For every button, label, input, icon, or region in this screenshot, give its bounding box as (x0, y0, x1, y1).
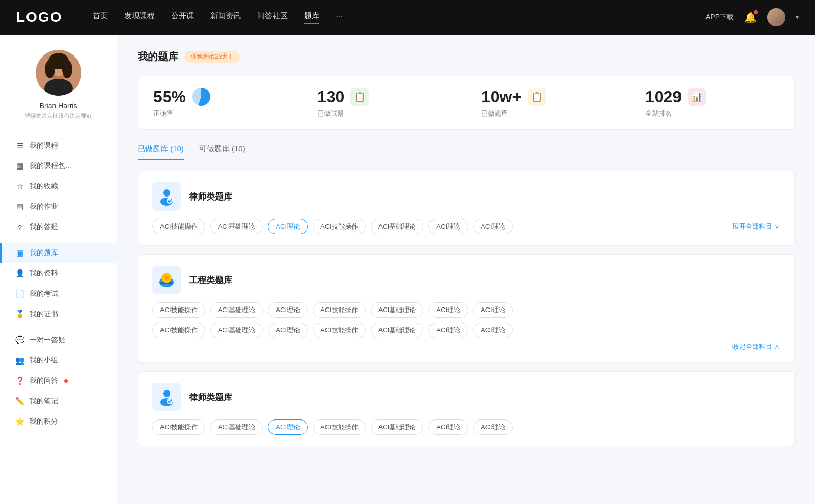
bank-card-2-header: 工程类题库 (152, 266, 780, 294)
sidebar-item-question-bank-label: 我的题库 (30, 248, 58, 258)
sidebar-item-favorites[interactable]: ☆ 我的收藏 (0, 176, 117, 197)
done-banks-icon: 📋 (528, 88, 546, 106)
notification-bell[interactable]: 🔔 (744, 11, 757, 23)
tutor-icon: 💬 (15, 335, 24, 345)
nav-open-course[interactable]: 公开课 (171, 11, 194, 24)
bank-1-tag-1[interactable]: ACI基础理论 (210, 219, 263, 234)
exam-icon: 📄 (15, 289, 24, 298)
points-icon: ⭐ (15, 417, 24, 426)
done-questions-icon: 📋 (350, 88, 369, 106)
bank-1-tag-5[interactable]: ACI理论 (428, 219, 468, 234)
sidebar-item-my-questions[interactable]: ❓ 我的问答 (0, 371, 117, 391)
sidebar-item-notes[interactable]: ✏️ 我的笔记 (0, 391, 117, 411)
sidebar-item-profile[interactable]: 👤 我的资料 (0, 263, 117, 284)
logo: LOGO (16, 9, 62, 25)
nav-discover[interactable]: 发现课程 (124, 11, 155, 24)
nav-qa[interactable]: 问答社区 (257, 11, 288, 24)
sidebar-item-question-bank[interactable]: ▣ 我的题库 (0, 243, 117, 263)
bank-1-tag-2[interactable]: ACI理论 (268, 219, 308, 234)
bank-2-tag-5[interactable]: ACI理论 (428, 302, 468, 318)
stat-done-banks-label: 已做题库 (481, 109, 614, 118)
my-questions-badge (64, 379, 68, 383)
stat-done-banks: 10w+ 📋 已做题库 (466, 76, 630, 129)
app-download-button[interactable]: APP下载 (705, 13, 734, 22)
layout: Brian Harris 错误的决定比没有决定要好 ☰ 我的课程 ▦ 我的课程包… (0, 35, 815, 504)
sidebar-profile: Brian Harris 错误的决定比没有决定要好 (0, 50, 117, 130)
stat-done-banks-value: 10w+ (481, 89, 522, 105)
svg-point-6 (62, 60, 72, 78)
svg-point-15 (163, 390, 170, 397)
bank-2-tag2-4[interactable]: ACI基础理论 (371, 323, 424, 338)
bank-1-tag-4[interactable]: ACI基础理论 (371, 219, 424, 234)
bank-3-tag-1[interactable]: ACI基础理论 (210, 419, 263, 435)
stat-ranking-label: 全站排名 (645, 109, 779, 118)
sidebar-item-tutor[interactable]: 💬 一对一答疑 (0, 330, 117, 350)
bank-3-tag-3[interactable]: ACI技能操作 (313, 419, 366, 435)
bank-2-tag-0[interactable]: ACI技能操作 (152, 302, 205, 318)
bank-2-tag-4[interactable]: ACI基础理论 (371, 302, 424, 318)
sidebar-item-group[interactable]: 👥 我的小组 (0, 350, 117, 371)
bank-1-tag-0[interactable]: ACI技能操作 (152, 219, 205, 234)
bank-3-tag-6[interactable]: ACI理论 (473, 419, 513, 435)
sidebar-item-qa[interactable]: ? 我的答疑 (0, 217, 117, 237)
bank-1-tag-6[interactable]: ACI理论 (473, 219, 513, 234)
stat-done-questions-label: 已做试题 (317, 109, 450, 118)
bank-3-tag-5[interactable]: ACI理论 (428, 419, 468, 435)
bank-3-title: 律师类题库 (189, 391, 232, 403)
sidebar-item-exam-label: 我的考试 (30, 289, 58, 298)
tab-available-banks[interactable]: 可做题库 (10) (199, 144, 246, 160)
stat-done-questions-top: 130 📋 (317, 88, 450, 106)
bank-3-icon (152, 383, 181, 411)
bank-2-tag2-6[interactable]: ACI理论 (473, 323, 513, 338)
bank-3-tag-2[interactable]: ACI理论 (268, 419, 308, 435)
bank-2-tag-2[interactable]: ACI理论 (268, 302, 308, 318)
bank-2-tag-3[interactable]: ACI技能操作 (313, 302, 366, 318)
avatar[interactable] (767, 8, 785, 26)
sidebar-item-exam[interactable]: 📄 我的考试 (0, 284, 117, 304)
bank-2-tag2-2[interactable]: ACI理论 (268, 323, 308, 338)
sidebar-item-course-packages[interactable]: ▦ 我的课程包... (0, 156, 117, 176)
stat-done-banks-top: 10w+ 📋 (481, 88, 614, 106)
sidebar-item-notes-label: 我的笔记 (30, 397, 58, 406)
sidebar-item-group-label: 我的小组 (30, 356, 58, 365)
question-bank-icon: ▣ (15, 248, 24, 258)
bank-1-icon (152, 182, 181, 211)
bank-card-2: 工程类题库 ACI技能操作 ACI基础理论 ACI理论 ACI技能操作 ACI基… (138, 254, 795, 363)
favorites-icon: ☆ (15, 182, 24, 191)
stat-ranking: 1029 📊 全站排名 (630, 76, 794, 129)
bank-1-expand[interactable]: 展开全部科目 ∨ (732, 222, 780, 231)
nav-home[interactable]: 首页 (93, 11, 108, 24)
certificate-icon: 🏅 (15, 310, 24, 319)
stat-accuracy-value: 55% (153, 89, 186, 105)
sidebar: Brian Harris 错误的决定比没有决定要好 ☰ 我的课程 ▦ 我的课程包… (0, 35, 117, 504)
bank-2-tag2-5[interactable]: ACI理论 (428, 323, 468, 338)
sidebar-item-certificate-label: 我的证书 (30, 310, 58, 319)
bank-2-title: 工程类题库 (189, 274, 232, 286)
bank-2-collapse[interactable]: 收起全部科目 ∧ (152, 342, 780, 351)
tab-done-banks[interactable]: 已做题库 (10) (138, 144, 184, 160)
bank-3-tag-4[interactable]: ACI基础理论 (371, 419, 424, 435)
sidebar-item-certificate[interactable]: 🏅 我的证书 (0, 304, 117, 324)
sidebar-user-motto: 错误的决定比没有决定要好 (15, 112, 102, 120)
sidebar-item-points[interactable]: ⭐ 我的积分 (0, 411, 117, 432)
group-icon: 👥 (15, 356, 24, 365)
sidebar-item-homework[interactable]: ▤ 我的作业 (0, 197, 117, 217)
bank-2-tag2-0[interactable]: ACI技能操作 (152, 323, 205, 338)
nav-news[interactable]: 新闻资讯 (210, 11, 241, 24)
bank-2-tag-1[interactable]: ACI基础理论 (210, 302, 263, 318)
my-questions-icon: ❓ (15, 376, 24, 385)
nav-more[interactable]: ··· (336, 11, 342, 24)
stat-done-questions: 130 📋 已做试题 (302, 76, 466, 129)
sidebar-item-courses[interactable]: ☰ 我的课程 (0, 135, 117, 156)
bank-2-tag-6[interactable]: ACI理论 (473, 302, 513, 318)
sidebar-item-my-questions-label: 我的问答 (30, 376, 58, 385)
nav-question-bank[interactable]: 题库 (304, 11, 319, 24)
lawyer2-icon-svg (157, 388, 176, 406)
bank-2-tag2-3[interactable]: ACI技能操作 (313, 323, 366, 338)
bank-2-tag2-1[interactable]: ACI基础理论 (210, 323, 263, 338)
sidebar-user-name: Brian Harris (40, 102, 77, 110)
avatar-chevron-icon[interactable]: ▾ (796, 14, 799, 21)
stat-accuracy-top: 55% (153, 88, 286, 106)
bank-3-tag-0[interactable]: ACI技能操作 (152, 419, 205, 435)
bank-1-tag-3[interactable]: ACI技能操作 (313, 219, 366, 234)
